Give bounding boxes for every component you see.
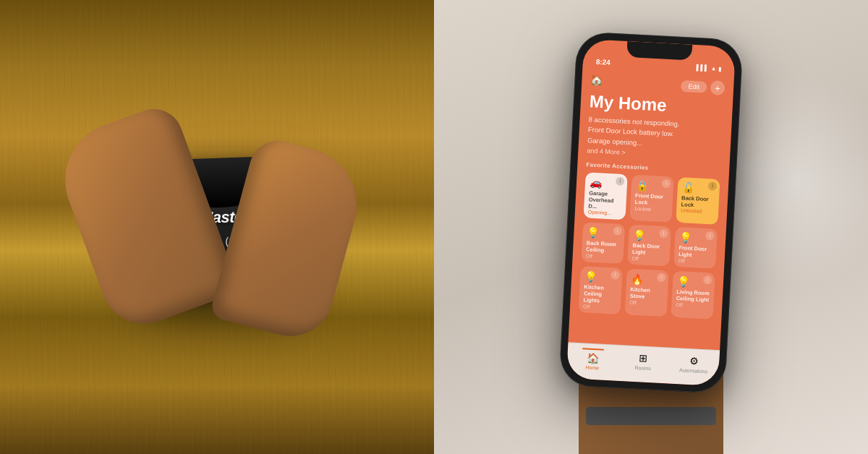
status-icons: ▌▌▌ ▲ ▮ [696, 64, 721, 72]
back-lock-status: Unlocked [681, 207, 714, 214]
front-door-light-name: Front Door Light [678, 244, 712, 259]
right-panel: 8:24 ▌▌▌ ▲ ▮ 🏠 Edit + My Ho [434, 0, 868, 454]
front-lock-status: Locked [634, 206, 668, 213]
info-btn-kitchen-stove[interactable]: i [657, 273, 666, 282]
tab-rooms[interactable]: ⊞ Rooms [618, 351, 669, 372]
info-btn-front-lock[interactable]: i [662, 179, 671, 188]
iphone: 8:24 ▌▌▌ ▲ ▮ 🏠 Edit + My Ho [558, 31, 743, 393]
front-door-light-status: Off [678, 258, 711, 265]
back-lock-name: Back Door Lock [681, 194, 715, 209]
kitchen-stove-status: Off [629, 299, 663, 306]
accessory-card-back-room[interactable]: i 💡 Back Room Ceiling Off [581, 222, 625, 264]
accessory-card-garage[interactable]: i 🚗 Garage Overhead D... Opening... [584, 172, 628, 220]
wifi-status-icon: ▲ [710, 65, 716, 72]
kitchen-ceiling-status: Off [583, 304, 616, 310]
accessory-card-back-lock[interactable]: i 🔓 Back Door Lock Unlocked [676, 177, 720, 225]
header-buttons: Edit + [681, 79, 725, 95]
info-btn-back-lock[interactable]: i [708, 181, 718, 191]
status-time: 8:24 [596, 58, 611, 67]
back-door-light-name: Back Door Light [632, 241, 666, 256]
info-btn-kitchen-ceiling[interactable]: i [610, 270, 620, 280]
tab-home-indicator [582, 348, 604, 351]
accessory-card-kitchen-stove[interactable]: i 🔥 Kitchen Stove Off [625, 268, 669, 317]
device-container: LiftMaster ® myQ (( [137, 157, 297, 298]
info-btn-front-door-light[interactable]: i [705, 231, 715, 241]
battery-icon: ▮ [718, 66, 721, 72]
back-room-status: Off [586, 253, 619, 260]
accessory-card-living-room[interactable]: i 💡 Living Room Ceiling Light Off [671, 270, 715, 319]
info-btn-garage[interactable]: i [616, 176, 625, 186]
accessory-card-back-door-light[interactable]: i 💡 Back Door Light Off [627, 224, 671, 266]
accessory-card-front-door-light[interactable]: i 💡 Front Door Light Off [673, 227, 718, 269]
tab-bar: 🏠 Home ⊞ Rooms ⚙ Automations [566, 342, 720, 386]
info-btn-back-room[interactable]: i [613, 226, 622, 236]
info-btn-living-room[interactable]: i [703, 275, 712, 285]
edit-button[interactable]: Edit [681, 80, 707, 93]
alert-3: Garage opening... [587, 136, 643, 147]
back-door-light-status: Off [631, 255, 665, 262]
home-title: My Home [589, 91, 724, 119]
tab-home[interactable]: 🏠 Home [567, 347, 618, 372]
front-lock-name: Front Door Lock [635, 192, 669, 207]
back-room-name: Back Room Ceiling [586, 239, 620, 254]
accessory-card-front-lock[interactable]: i 🔒 Front Door Lock Locked [629, 174, 673, 222]
iphone-notch [626, 41, 692, 61]
iphone-screen: 8:24 ▌▌▌ ▲ ▮ 🏠 Edit + My Ho [566, 39, 736, 386]
home-alerts: 8 accessories not responding. Front Door… [587, 114, 723, 152]
home-app: 🏠 Edit + My Home 8 accessories not respo… [568, 68, 734, 350]
home-app-icon: 🏠 [590, 74, 603, 86]
wrist-band [586, 407, 716, 425]
tab-home-label: Home [585, 364, 599, 370]
living-room-status: Off [676, 302, 709, 309]
add-button[interactable]: + [710, 80, 726, 95]
info-btn-back-door-light[interactable]: i [659, 228, 668, 238]
accessories-grid: i 🚗 Garage Overhead D... Opening... i 🔒 … [579, 172, 720, 319]
living-room-name: Living Room Ceiling Light [676, 288, 710, 303]
tab-automations-icon: ⚙ [689, 355, 699, 367]
garage-status: Opening... [588, 209, 621, 215]
tab-rooms-icon: ⊞ [639, 352, 648, 364]
tab-automations-label: Automations [679, 367, 707, 374]
accessory-card-kitchen-ceiling[interactable]: i 💡 Kitchen Ceiling Lights Off [579, 266, 623, 314]
tab-automations[interactable]: ⚙ Automations [668, 354, 719, 375]
tab-rooms-label: Rooms [634, 365, 651, 371]
kitchen-stove-name: Kitchen Stove [630, 286, 664, 300]
tab-home-icon: 🏠 [586, 351, 599, 364]
kitchen-ceiling-name: Kitchen Ceiling Lights [583, 283, 617, 304]
left-panel: LiftMaster ® myQ (( [0, 0, 434, 454]
signal-icon: ▌▌▌ [696, 64, 708, 72]
garage-name: Garage Overhead D... [588, 189, 622, 210]
